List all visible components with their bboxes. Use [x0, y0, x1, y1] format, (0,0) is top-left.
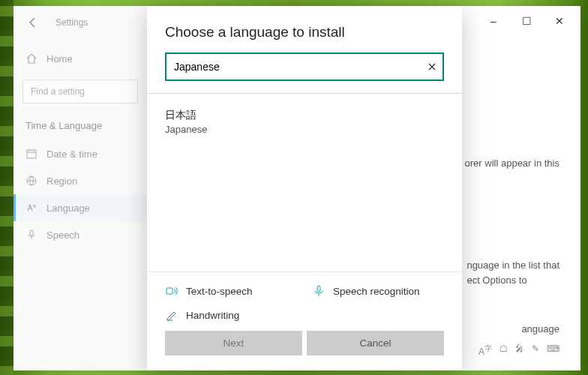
sidebar-section-title: Time & Language	[14, 114, 147, 136]
keyboard-icon: ⌨	[547, 344, 560, 357]
sidebar-item-date-time[interactable]: Date & time	[14, 140, 147, 167]
dialog-title: Choose a language to install	[147, 6, 462, 52]
language-features: Text-to-speech Speech recognition Handwr…	[147, 272, 462, 331]
settings-sidebar: Settings Home Time & Language Date & tim…	[14, 6, 147, 370]
microphone-icon: 🎤︎	[515, 344, 524, 357]
sidebar-item-home[interactable]: Home	[14, 45, 147, 72]
svg-rect-3	[166, 288, 172, 294]
sidebar-item-speech[interactable]: Speech	[14, 221, 147, 248]
language-english-name: Japanese	[165, 124, 444, 135]
language-native-name: 日本語	[165, 109, 444, 122]
sidebar-item-label: Language	[46, 202, 90, 214]
globe-icon	[26, 175, 38, 187]
feature-label: Text-to-speech	[186, 286, 253, 297]
feature-label: Handwriting	[186, 310, 239, 321]
handwriting-icon: ✎	[532, 344, 539, 357]
sidebar-item-label: Speech	[46, 230, 80, 241]
cancel-button[interactable]: Cancel	[307, 331, 444, 356]
next-button[interactable]: Next	[165, 331, 302, 356]
language-feature-icons-row: A字 ☖ 🎤︎ ✎ ⌨	[478, 344, 560, 357]
obscured-text: anguage	[521, 323, 560, 334]
tts-icon: ☖	[500, 344, 508, 357]
handwriting-icon	[165, 308, 178, 322]
sidebar-item-label: Region	[46, 176, 77, 187]
language-icon: A字	[478, 344, 492, 357]
sidebar-item-label: Date & time	[46, 148, 98, 160]
home-icon	[26, 52, 38, 64]
close-button[interactable]: ✕	[543, 10, 576, 32]
minimize-button[interactable]: –	[477, 10, 510, 32]
choose-language-dialog: Choose a language to install 日本語 Japanes…	[147, 6, 462, 370]
sidebar-item-label: Home	[46, 53, 73, 64]
language-icon	[26, 202, 38, 214]
calendar-clock-icon	[26, 148, 38, 160]
clear-search-button[interactable]	[428, 62, 436, 71]
sidebar-item-language[interactable]: Language	[14, 194, 147, 221]
microphone-icon	[312, 284, 326, 298]
maximize-button[interactable]: ☐	[510, 10, 543, 32]
svg-rect-0	[27, 150, 36, 158]
language-result-item[interactable]: 日本語 Japanese	[165, 104, 444, 140]
feature-label: Speech recognition	[333, 286, 420, 297]
obscured-text: nguage in the list that ect Options to	[466, 258, 560, 287]
tts-icon	[165, 284, 178, 298]
microphone-icon	[26, 229, 38, 241]
feature-handwriting: Handwriting	[165, 308, 297, 322]
sidebar-item-region[interactable]: Region	[14, 167, 147, 194]
language-search-input[interactable]	[165, 52, 444, 81]
window-title: Settings	[56, 17, 88, 28]
obscured-text: orer will appear in this	[465, 156, 560, 171]
find-setting-search[interactable]	[22, 80, 138, 104]
language-results-list: 日本語 Japanese	[147, 94, 462, 272]
feature-speech-recognition: Speech recognition	[312, 284, 444, 298]
back-button[interactable]	[27, 16, 39, 28]
feature-tts: Text-to-speech	[165, 284, 297, 298]
svg-rect-4	[317, 286, 320, 292]
svg-rect-2	[30, 230, 33, 236]
find-setting-input[interactable]	[22, 80, 138, 104]
